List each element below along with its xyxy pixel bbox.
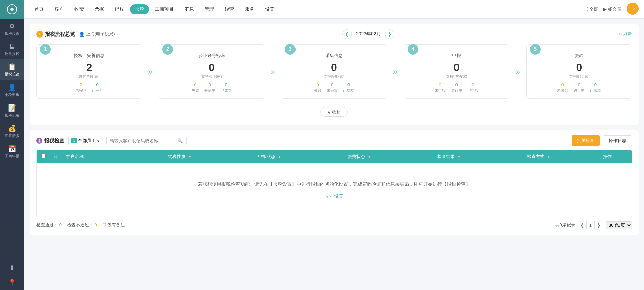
step-3-stat-1[interactable]: 0 未采集 (327, 82, 338, 93)
content: + 报税流程总览 👤 上海(电子税局) ∨ ❮ 2023年02月 ❯ ↻ 刷新 (24, 19, 644, 290)
nav-invoices[interactable]: 票据 (90, 4, 109, 14)
step-2-stat-0[interactable]: 0 失败 (192, 82, 199, 93)
check-table: ⚙ 客户名称 纳税性质 ▼ 申报状态 ▼ (37, 150, 632, 217)
fail-stat: 检查不通过： 0 (67, 222, 97, 228)
check-method-filter-icon[interactable]: ▼ (547, 155, 550, 159)
arrow-2: » (264, 67, 281, 76)
app-logo[interactable] (0, 0, 24, 19)
pass-stat: 检查通过： 0 (36, 222, 62, 228)
step-2-stat-1[interactable]: 0 验证中 (204, 82, 215, 93)
step-3-stat-0[interactable]: 0 失败 (314, 82, 321, 93)
step-1-stat-0[interactable]: 2 未完善 (75, 82, 87, 93)
step-1-title: 授权、完善信息 (74, 53, 104, 59)
sidebar-item-location[interactable]: 📍 (0, 275, 24, 290)
search-box: 🔍 (106, 137, 187, 145)
flow-card-header: + 报税流程总览 👤 上海(电子税局) ∨ ❮ 2023年02月 ❯ ↻ 刷新 (36, 29, 632, 39)
step-3-stat-2[interactable]: 0 已成功 (343, 82, 354, 93)
header-check-method: 检查方式 ▼ (494, 150, 583, 163)
step-5-stat-1[interactable]: 0 进行中 (574, 82, 585, 93)
refresh-icon: ↻ (618, 32, 622, 37)
step-5-number: 5 (530, 44, 541, 55)
sidebar-item-tax-records[interactable]: 📝 报税记录 (0, 100, 24, 121)
nav-settings[interactable]: 设置 (260, 4, 279, 14)
remittance-icon: 💰 (8, 124, 16, 132)
step-5-stat-2[interactable]: 0 已缴款 (590, 82, 601, 93)
check-header-right: 批量检查 操作日志 (572, 135, 632, 146)
collapse-row: ∧ 收起 (36, 104, 632, 119)
prev-page-btn[interactable]: ❮ (578, 221, 587, 229)
nav-home[interactable]: 首页 (30, 4, 48, 14)
nav-accounting[interactable]: 记账 (110, 4, 129, 14)
sidebar-item-individual-report[interactable]: 👤 个税申报 (0, 80, 24, 100)
nav-services[interactable]: 服务 (240, 4, 259, 14)
report-status-filter-icon[interactable]: ▼ (278, 155, 281, 159)
step-1-card: 1 授权、完善信息 2 总客户数(家) 2 未完善 0 已完善 (36, 44, 142, 99)
step-1-stat-1[interactable]: 0 已完善 (92, 82, 103, 93)
tax-records-icon: 📝 (8, 104, 16, 112)
header-check-result: 检查结果 ▼ (404, 150, 494, 163)
sidebar-item-remittance[interactable]: 💰 汇算清缴 (0, 121, 24, 141)
step-4-number: 4 (408, 44, 418, 55)
sidebar-item-batch-tax[interactable]: 🖥 批量报税 (0, 39, 24, 59)
check-table-wrapper: ⚙ 客户名称 纳税性质 ▼ 申报状态 ▼ (36, 150, 632, 217)
header-gear: ⚙ (50, 150, 62, 163)
setup-link[interactable]: 立即设置 (325, 193, 343, 199)
footer-note: ☐ 仅有备注 (102, 222, 125, 228)
arrow-1: » (142, 67, 159, 76)
location-icon: 📍 (8, 279, 16, 287)
fullscreen-btn[interactable]: ⛶ 全屏 (584, 6, 598, 12)
step-3-card: 3 采集信息 0 支持采集(家) 0 失败 0 未采集 (281, 44, 387, 99)
sidebar-item-tax-records-label: 报税记录 (5, 113, 19, 118)
batch-check-button[interactable]: 批量检查 (572, 135, 600, 146)
sidebar-item-download[interactable]: ⬇ (0, 261, 24, 275)
step-4-card: 4 申报 0 支持申报(家) 0 未申报 0 进行中 (404, 44, 509, 99)
per-page-select[interactable]: 30 条/页 (606, 221, 632, 229)
nav-tax[interactable]: 报税 (130, 4, 149, 14)
operation-log-button[interactable]: 操作日志 (603, 135, 632, 146)
nav-messages[interactable]: 消息 (180, 4, 199, 14)
fail-count-link[interactable]: 0 (94, 222, 97, 227)
nav-management[interactable]: 管理 (200, 4, 219, 14)
search-input[interactable] (107, 137, 174, 145)
empty-row: 若您想使用报税检查功能，请先在【报税设置】中进行报税的初始化设置，完成密码验证和… (37, 163, 632, 217)
step-4-stat-2[interactable]: 0 已申报 (468, 82, 479, 93)
search-button[interactable]: 🔍 (174, 137, 186, 145)
next-month-btn[interactable]: ❯ (385, 29, 394, 39)
header-report-status: 申报状态 ▼ (225, 150, 314, 163)
step-2-card: 2 验证账号密码 0 支持验证(家) 0 失败 0 验证中 (159, 44, 264, 99)
nav-fees[interactable]: 收费 (70, 4, 89, 14)
step-2-stat-2[interactable]: 0 已成功 (221, 82, 232, 93)
step-2-stats: 0 失败 0 验证中 0 已成功 (192, 82, 232, 93)
staff-selector[interactable]: 员 全部员工 ∨ (68, 136, 102, 145)
select-all-checkbox[interactable] (41, 154, 46, 158)
check-result-filter-icon[interactable]: ▼ (457, 155, 461, 159)
table-header-row: ⚙ 客户名称 纳税性质 ▼ 申报状态 ▼ (37, 150, 632, 163)
step-4-stat-1[interactable]: 0 进行中 (451, 82, 462, 93)
payment-status-filter-icon[interactable]: ▼ (368, 155, 371, 159)
prev-month-btn[interactable]: ❮ (342, 29, 352, 39)
sidebar-item-tax-settings[interactable]: ⚙ 报税设置 (0, 19, 24, 39)
sidebar-item-tax-settings-label: 报税设置 (5, 31, 19, 36)
individual-report-icon: 👤 (8, 83, 16, 91)
avatar[interactable]: iTA (627, 3, 639, 16)
step-3-number: 3 (285, 44, 296, 55)
staff-chevron-icon: ∨ (97, 139, 99, 143)
nav-operations[interactable]: 经营 (220, 4, 239, 14)
nav-business[interactable]: 工商项目 (150, 4, 178, 14)
svg-text:iTA: iTA (630, 7, 636, 11)
member-btn[interactable]: ▶ 畅会员 (603, 6, 621, 12)
location-selector[interactable]: 👤 上海(电子税局) ∨ (79, 31, 119, 37)
tax-nature-filter-icon[interactable]: ▼ (188, 155, 192, 159)
step-5-stat-0[interactable]: 0 未缴款 (557, 82, 568, 93)
next-page-btn[interactable]: ❯ (594, 221, 603, 229)
collapse-btn[interactable]: ∧ 收起 (320, 107, 348, 117)
sidebar-item-annual-report[interactable]: 📅 工商年报 (0, 141, 24, 162)
nav-client[interactable]: 客户 (50, 4, 68, 14)
step-5-card: 5 缴款 0 支持缴款(家) 0 未缴款 0 进行中 (526, 44, 632, 99)
step-4-stat-0[interactable]: 0 未申报 (435, 82, 446, 93)
location-person-icon: 👤 (79, 32, 85, 37)
pass-count-link[interactable]: 0 (59, 222, 62, 227)
refresh-btn[interactable]: ↻ 刷新 (618, 31, 632, 37)
header-checkbox (37, 150, 50, 163)
sidebar-item-tax-overview[interactable]: 📋 报税总览 (0, 59, 24, 80)
